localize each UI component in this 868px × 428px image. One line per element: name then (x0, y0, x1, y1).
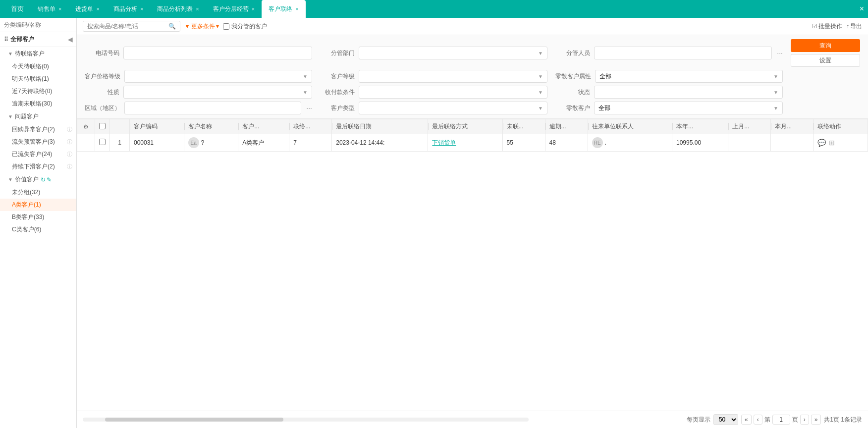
col-unit-contact[interactable]: 往来单位联系人 (588, 119, 672, 134)
sparse-customer-select[interactable]: 全部 ▼ (594, 102, 783, 114)
last-page-btn[interactable]: » (811, 415, 821, 425)
manager-input[interactable] (594, 47, 772, 59)
nav-tab-product-analysis[interactable]: 商品分析 × (107, 0, 150, 18)
qr-icon[interactable]: ⊞ (829, 139, 835, 147)
row-name: Ea ? (184, 134, 238, 152)
close-customer-segment-tab[interactable]: × (252, 6, 255, 12)
sidebar-collapse-btn[interactable]: ◀ (68, 36, 72, 43)
col-this-year[interactable]: 本年... (672, 119, 728, 134)
sparse-customer-arrow: ▼ (773, 106, 778, 111)
sidebar-problem-customers-group[interactable]: ▼ 问题客户 (0, 110, 76, 123)
refresh-value-icon[interactable]: ↻ (41, 176, 46, 183)
close-customer-contact-tab[interactable]: × (295, 6, 298, 12)
close-sales-tab[interactable]: × (58, 6, 61, 12)
manager-more-btn[interactable]: ··· (777, 49, 783, 57)
chat-icon[interactable]: 💬 (817, 139, 826, 147)
sidebar-item-overdue-no-contact[interactable]: 逾期未联络(30) (0, 98, 76, 110)
row-last-contact-method[interactable]: 下销货单 (428, 134, 502, 152)
sidebar-item-repurchase-abnormal[interactable]: 回购异常客户(2) ⓘ (0, 123, 76, 136)
query-btn[interactable]: 查询 (791, 39, 860, 52)
dept-label: 分管部门 (320, 49, 355, 57)
col-gear[interactable]: ⚙ (77, 119, 95, 134)
my-customers-checkbox-wrap[interactable]: 我分管的客户 (223, 22, 267, 31)
price-level-select[interactable]: ▼ (124, 70, 312, 83)
row-this-year: 10995.00 (672, 134, 728, 152)
horizontal-scrollbar[interactable] (83, 418, 529, 422)
sidebar-item-b-customers[interactable]: B类客户(33) (0, 211, 76, 223)
row-checkbox[interactable] (99, 139, 106, 145)
phone-input[interactable] (123, 47, 312, 59)
col-no-contact[interactable]: 未联... (502, 119, 545, 134)
close-purchase-tab[interactable]: × (96, 6, 99, 12)
filter-action-col: 查询 设置 (791, 39, 860, 67)
status-select[interactable]: ▼ (594, 86, 783, 99)
per-page-select[interactable]: 50 100 200 (713, 414, 738, 425)
sidebar-search-input[interactable] (4, 21, 77, 28)
nature-select[interactable]: ▼ (123, 86, 312, 99)
sparse-attr-select[interactable]: 全部 ▼ (595, 70, 783, 83)
prev-page-btn[interactable]: ‹ (754, 415, 762, 425)
export-btn[interactable]: ↑ 导出 (846, 22, 862, 31)
col-overdue[interactable]: 逾期... (545, 119, 588, 134)
col-last-month[interactable]: 上月... (728, 119, 771, 134)
sidebar-value-customers-group[interactable]: ▼ 价值客户 ↻ ✎ (0, 173, 76, 186)
edit-value-icon[interactable]: ✎ (47, 176, 52, 183)
sidebar-pending-contact-group[interactable]: ▼ 待联络客户 (0, 47, 76, 60)
sidebar-item-today-pending[interactable]: 今天待联络(0) (0, 60, 76, 73)
my-customers-checkbox[interactable] (223, 23, 229, 30)
close-all-button[interactable]: × (860, 4, 864, 13)
col-code[interactable]: 客户编码 (129, 119, 184, 134)
sidebar: 🔍 ⠿ 全部客户 ◀ ▼ 待联络客户 今天待联络(0) 明天待联络(1) 近7天… (0, 18, 77, 428)
sidebar-item-churned[interactable]: 已流失客户(24) ⓘ (0, 148, 76, 160)
payment-select[interactable]: ▼ (359, 86, 547, 99)
sidebar-all-customers-header[interactable]: ⠿ 全部客户 ◀ (0, 32, 76, 47)
filter-cell-sparse-attr: 零散客户属性 全部 ▼ (555, 70, 791, 83)
row-this-month (771, 134, 814, 152)
nav-tab-sales[interactable]: 销售单 × (31, 0, 68, 18)
close-product-analysis-tab[interactable]: × (140, 6, 143, 12)
main-search-icon[interactable]: 🔍 (168, 23, 176, 30)
col-customer-level[interactable]: 客户... (238, 119, 289, 134)
sidebar-item-7days-pending[interactable]: 近7天待联络(0) (0, 85, 76, 98)
page-text: 第 (764, 416, 770, 424)
more-conditions-btn[interactable]: ▼ 更多条件 ▾ (184, 22, 219, 31)
customer-type-select[interactable]: ▼ (359, 102, 547, 114)
nav-tab-product-list[interactable]: 商品分析列表 × (150, 0, 206, 18)
settings-btn[interactable]: 设置 (791, 54, 860, 67)
filter-cell-status: 状态 ▼ (555, 86, 791, 99)
nav-tab-customer-contact[interactable]: 客户联络 × (262, 0, 305, 18)
dept-select[interactable]: ▼ (359, 47, 547, 59)
customer-level-select[interactable]: ▼ (359, 70, 547, 83)
nature-arrow: ▼ (303, 90, 308, 95)
customer-type-label: 客户类型 (320, 104, 355, 112)
nav-home[interactable]: 首页 (4, 0, 31, 18)
region-input[interactable] (124, 102, 301, 114)
filter-bar: 🔍 ▼ 更多条件 ▾ 我分管的客户 ☑ 批量操作 ↑ 导出 (77, 18, 868, 35)
filter-row-4: 区域（地区） ··· 客户类型 ▼ 零散客户 全部 ▼ (85, 102, 860, 114)
page-number-input[interactable]: 1 (772, 415, 790, 425)
batch-ops-btn[interactable]: ☑ 批量操作 (812, 22, 842, 31)
first-page-btn[interactable]: « (741, 415, 752, 425)
nature-label: 性质 (85, 88, 119, 97)
main-search-input[interactable] (87, 23, 166, 30)
customer-level-label: 客户等级 (320, 72, 355, 81)
sidebar-item-declining[interactable]: 持续下滑客户(2) ⓘ (0, 160, 76, 173)
next-page-btn[interactable]: › (800, 415, 809, 425)
select-all-checkbox[interactable] (99, 123, 106, 129)
sidebar-item-c-customers[interactable]: C类客户(6) (0, 223, 76, 236)
col-last-contact-date[interactable]: 最后联络日期 (332, 119, 428, 134)
sparse-attr-arrow: ▼ (773, 74, 778, 79)
sidebar-item-a-customers[interactable]: A类客户(1) (0, 199, 76, 211)
sidebar-item-ungrouped[interactable]: 未分组(32) (0, 186, 76, 199)
nav-tab-customer-segment[interactable]: 客户分层经营 × (206, 0, 262, 18)
sidebar-item-tomorrow-pending[interactable]: 明天待联络(1) (0, 73, 76, 85)
nav-tab-purchase[interactable]: 进货单 × (68, 0, 106, 18)
col-last-contact-method[interactable]: 最后联络方式 (428, 119, 502, 134)
col-this-month[interactable]: 本月... (771, 119, 814, 134)
filter-cell-dept: 分管部门 ▼ (320, 47, 555, 59)
sidebar-item-churn-warning[interactable]: 流失预警客户(3) ⓘ (0, 136, 76, 148)
region-more-btn[interactable]: ··· (306, 104, 312, 112)
col-contact[interactable]: 联络... (289, 119, 332, 134)
col-name[interactable]: 客户名称 (184, 119, 238, 134)
close-product-list-tab[interactable]: × (196, 6, 199, 12)
